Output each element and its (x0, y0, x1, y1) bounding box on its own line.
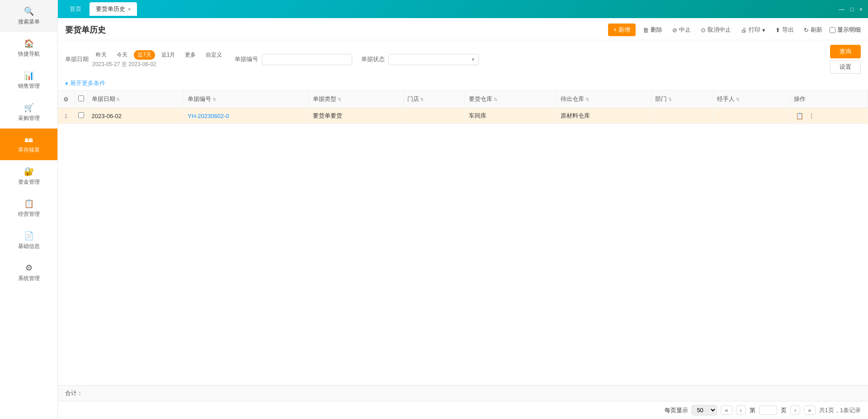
print-button[interactable]: 🖨 打印 ▾ (738, 24, 768, 36)
row-doc-type: 要货单要货 (309, 108, 403, 124)
sidebar-item-search[interactable]: 🔍 搜索菜单 (0, 0, 57, 32)
row-handler (713, 108, 790, 124)
date-btn-1month[interactable]: 近1月 (158, 50, 179, 60)
sidebar-item-label: 系统管理 (18, 275, 40, 282)
delete-label: 删除 (651, 26, 662, 34)
suspend-button[interactable]: ⊘ 中止 (670, 24, 693, 36)
display-detail-checkbox[interactable] (830, 27, 835, 33)
print-icon: 🖨 (741, 27, 747, 33)
tab-home[interactable]: 首页 (63, 2, 88, 16)
sidebar-item-system[interactable]: ⚙ 系统管理 (0, 257, 57, 289)
close-window-icon[interactable]: × (859, 6, 863, 13)
table-row: 1 2023-06-02 YH-20230602-0 要货单要货 车间库 原材料… (58, 108, 868, 124)
sidebar-item-finance[interactable]: 🔐 资金管理 (0, 160, 57, 192)
delete-button[interactable]: 🗑 删除 (640, 24, 665, 36)
sidebar-item-label: 采购管理 (18, 114, 40, 122)
sidebar-item-quick-nav[interactable]: 🏠 快捷导航 (0, 32, 57, 64)
store-header[interactable]: 门店 (403, 90, 465, 108)
cancel-suspend-button[interactable]: ⊙ 取消中止 (698, 24, 734, 36)
cancel-suspend-label: 取消中止 (708, 26, 731, 34)
date-btn-7days[interactable]: 近7天 (134, 50, 155, 60)
row-doc-date: 2023-06-02 (88, 108, 184, 124)
search-menu-icon: 🔍 (24, 6, 34, 16)
basic-info-icon: 📄 (24, 231, 34, 241)
handler-header[interactable]: 经手人 (713, 90, 790, 108)
refresh-label: 刷新 (811, 26, 822, 34)
date-btn-custom[interactable]: 自定义 (202, 50, 226, 60)
new-button[interactable]: + 新增 (608, 24, 636, 36)
sidebar-item-sales[interactable]: 📊 销售管理 (0, 64, 57, 96)
doc-number-filter: 单据编号 (235, 54, 352, 65)
doc-number-link[interactable]: YH-20230602-0 (188, 113, 229, 119)
date-btn-today[interactable]: 今天 (113, 50, 131, 60)
checkbox-header[interactable] (74, 90, 88, 108)
export-label: 导出 (782, 26, 794, 34)
maximize-icon[interactable]: □ (850, 6, 854, 13)
expand-more-btn[interactable]: ▾ 展开更多条件 (65, 79, 105, 87)
doc-type-header[interactable]: 单据类型 (309, 90, 403, 108)
req-warehouse-header[interactable]: 要货仓库 (465, 90, 557, 108)
suspend-label: 中止 (679, 26, 691, 34)
minimize-icon[interactable]: — (839, 6, 845, 13)
tab-active[interactable]: 要货单历史 × (90, 2, 137, 16)
sidebar-item-operations[interactable]: 📋 经营管理 (0, 192, 57, 224)
doc-number-input[interactable] (262, 54, 352, 65)
row-req-warehouse: 车间库 (465, 108, 557, 124)
refresh-button[interactable]: ↻ 刷新 (801, 24, 825, 36)
date-range-display: 2023-05-27 至 2023-06-02 (92, 61, 226, 68)
home-icon: 🏠 (24, 38, 34, 48)
filter-expand-row: ▾ 展开更多条件 (65, 76, 861, 87)
row-op-view-icon[interactable]: 📋 (794, 111, 805, 120)
page-separator: 页 (781, 406, 787, 414)
sidebar: 🔍 搜索菜单 🏠 快捷导航 📊 销售管理 🛒 采购管理 🏘 库存核算 🔐 资金管… (0, 0, 58, 419)
setting-button[interactable]: 设置 (830, 60, 861, 74)
table-settings-header[interactable]: ⚙ (58, 90, 74, 108)
inventory-icon: 🏘 (25, 135, 33, 144)
operations-icon: 📋 (24, 199, 34, 209)
select-all-checkbox[interactable] (78, 95, 84, 101)
delete-icon: 🗑 (643, 27, 649, 33)
doc-number-header[interactable]: 单据编号 (184, 90, 309, 108)
date-btn-yesterday[interactable]: 昨天 (92, 50, 110, 60)
department-header[interactable]: 部门 (651, 90, 713, 108)
content-area: 要货单历史 + 新增 🗑 删除 ⊘ 中止 ⊙ 取消中止 🖨 打印 (58, 18, 868, 419)
sidebar-item-basic-info[interactable]: 📄 基础信息 (0, 224, 57, 257)
main-area: 首页 要货单历史 × — □ × 要货单历史 + 新增 🗑 删除 ⊘ (58, 0, 868, 419)
sidebar-item-purchase[interactable]: 🛒 采购管理 (0, 96, 57, 129)
doc-date-header[interactable]: 单据日期 (88, 90, 184, 108)
pending-warehouse-header[interactable]: 待出仓库 (557, 90, 651, 108)
row-checkbox[interactable] (78, 112, 84, 118)
sidebar-item-label: 搜索菜单 (18, 18, 40, 26)
page-size-select[interactable]: 50 100 200 (692, 405, 717, 415)
date-filter: 单据日期 昨天 今天 近7天 近1月 更多 自定义 2023-05-27 至 2… (65, 50, 226, 68)
row-op-more-icon[interactable]: ⋮ (807, 111, 816, 120)
tab-active-label: 要货单历史 (96, 5, 125, 13)
date-btn-more[interactable]: 更多 (181, 50, 199, 60)
sidebar-item-label: 快捷导航 (18, 50, 40, 58)
query-button[interactable]: 查询 (830, 45, 861, 58)
page-number-input[interactable]: 1 (759, 405, 777, 415)
doc-status-select[interactable] (388, 54, 479, 65)
next-page-button[interactable]: › (790, 405, 800, 415)
prev-page-button[interactable]: ‹ (736, 405, 746, 415)
export-button[interactable]: ⬆ 导出 (773, 24, 797, 36)
pagination: 每页显示 50 100 200 « ‹ 第 1 页 › » 共1页，1条记录 (58, 401, 868, 419)
refresh-icon: ↻ (804, 27, 809, 33)
topbar: 首页 要货单历史 × — □ × (58, 0, 868, 18)
row-checkbox-cell (74, 108, 88, 124)
print-chevron-icon: ▾ (762, 27, 765, 33)
last-page-button[interactable]: » (804, 405, 815, 415)
data-table: ⚙ 单据日期 单据编号 单据类型 门店 要货仓库 待出仓库 部门 经手人 操作 (58, 90, 868, 124)
sidebar-item-label: 销售管理 (18, 82, 40, 90)
row-department (651, 108, 713, 124)
system-icon: ⚙ (25, 263, 33, 273)
display-detail-wrapper: 显示明细 (830, 26, 861, 34)
suspend-icon: ⊘ (672, 27, 677, 33)
first-page-button[interactable]: « (721, 405, 732, 415)
sidebar-item-inventory[interactable]: 🏘 库存核算 (0, 129, 57, 160)
expand-chevron-icon: ▾ (65, 80, 68, 87)
close-tab-icon[interactable]: × (128, 6, 131, 12)
doc-number-label: 单据编号 (235, 55, 258, 63)
row-doc-number: YH-20230602-0 (184, 108, 309, 124)
filter-area: 单据日期 昨天 今天 近7天 近1月 更多 自定义 2023-05-27 至 2… (58, 40, 868, 90)
